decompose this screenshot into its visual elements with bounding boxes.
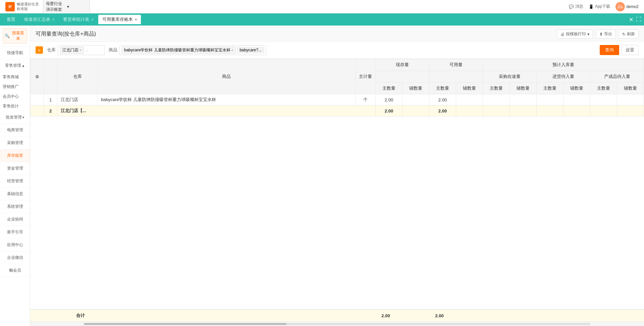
industry-selector[interactable]: 母婴行业演示账套 ▾ [43,0,90,14]
message-button[interactable]: 💬 消息 [569,4,583,9]
finished-goods-header: 产成品待入量 [590,71,644,83]
current-stock-header: 现存量 [376,59,429,71]
sidebar-item-ecommerce[interactable]: 电商管理 [0,124,30,137]
sidebar-item-purchase[interactable]: 采购管理 [0,137,30,149]
chevron-down-icon: ▾ [22,115,24,119]
tab-home[interactable]: 首页 [3,15,19,24]
sidebar-item-base-info[interactable]: 基础信息 [0,188,30,200]
tab-order-stats[interactable]: 要货单统计表 × [59,15,97,24]
sidebar-item-wechat[interactable]: 企业微信 [0,251,30,264]
sidebar-item-member[interactable]: 会员中心 [0,92,30,101]
subtotal-purchase-main [483,105,510,117]
sidebar-item-inventory[interactable]: 库存核算 [0,149,30,162]
avail-aux-qty-header: 辅数量 [456,83,483,94]
product-tag-1: babycare学饮杯 儿童防摔防撞吸管杯重力球吸嘴杯宝宝水杯 × [122,47,236,54]
subtotal-avail-main: 2.00 [429,105,456,117]
avatar: Ea [615,2,625,11]
message-icon: 💬 [569,4,574,9]
row-goods-aux [564,94,590,105]
page-actions: 🖨 按模板打印 ▾ ⬆ 导出 ↻ 刷新 [557,30,639,39]
goods-main-qty-header: 主数量 [537,83,564,94]
filter-expand-button[interactable]: » [36,46,43,54]
app-download-button[interactable]: 📱 App下载 [589,4,610,9]
chevron-up-icon: ▲ [22,64,25,67]
sidebar-item-retail-stats[interactable]: 零售统计 [0,101,30,111]
row-product: babycare学饮杯 儿童防摔防撞吸管杯重力球吸嘴杯宝宝水杯 [98,94,356,105]
warehouse-input[interactable]: 江北门店 × ... [58,45,105,55]
filter-actions: 查询 设置 [600,45,639,55]
main-layout: 🔍 搜索菜单 快捷导航 零售管理 ▲ 零售商城 营销推广 会员中心 零售统计 批… [0,26,644,326]
remove-warehouse-icon[interactable]: × [79,48,82,52]
product-label: 商品 [109,47,117,53]
product-input[interactable]: babycare学饮杯 儿童防摔防撞吸管杯重力球吸嘴杯宝宝水杯 × babyca… [119,45,266,55]
sidebar-item-wholesale[interactable]: 批发管理 ▾ [0,111,30,124]
row-finished-main [590,94,617,105]
content-area: 可用量查询(按仓库+商品) 🖨 按模板打印 ▾ ⬆ 导出 ↻ 刷新 » [30,26,644,326]
sidebar-item-enterprise[interactable]: 企业协同 [0,213,30,226]
row-finished-aux [617,94,644,105]
search-icon: 🔍 [5,34,10,38]
footer-total-label: 合计 [60,313,101,319]
sidebar-item-appcenter[interactable]: 应用中心 [0,239,30,251]
page-header: 可用量查询(按仓库+商品) 🖨 按模板打印 ▾ ⬆ 导出 ↻ 刷新 [30,26,644,42]
nav-tabs-right: ✕ ⛶ [629,16,641,23]
top-bar-right: 💬 消息 📱 App下载 Ea demo2 [569,2,639,11]
available-sub [429,71,483,83]
index-column-header [44,59,57,94]
warehouse-label: 仓库 [47,47,56,53]
query-button[interactable]: 查询 [600,45,619,55]
goods-arriving-header: 进货待入量 [537,71,590,83]
purchase-transit-header: 采购在途量 [483,71,537,83]
scrollbar-thumb[interactable] [84,323,286,325]
row-settings [31,94,44,105]
row-stock-aux [402,94,429,105]
more-icon[interactable]: ... [85,48,89,52]
search-menu-button[interactable]: 🔍 搜索菜单 [3,28,27,44]
refresh-button[interactable]: ↻ 刷新 [619,30,639,39]
subtotal-index: 2 [44,105,57,117]
refresh-icon: ↻ [622,32,626,37]
sidebar-item-finance[interactable]: 资金管理 [0,162,30,175]
tab-receivable-summary[interactable]: 收发存汇总表 × [20,15,58,24]
sidebar-item-marketing[interactable]: 营销推广 [0,82,30,92]
table-wrap: ⚙ 仓库 商品 主计量 现存量 可用量 预计入库量 采购在途量 [30,59,644,309]
tab-close-icon[interactable]: × [91,17,93,21]
sidebar-item-operations[interactable]: 经营管理 [0,175,30,188]
sidebar-item-member2[interactable]: 畅会员 [0,264,30,277]
finished-aux-qty-header: 辅数量 [617,83,644,94]
sidebar-item-retail-store[interactable]: 零售商城 [0,72,30,82]
footer-avail-main: 2.00 [426,313,453,318]
stock-aux-qty-header: 辅数量 [402,83,429,94]
tab-close-icon[interactable]: × [135,17,137,21]
export-button[interactable]: ⬆ 导出 [596,30,616,39]
sidebar-item-system[interactable]: 系统管理 [0,200,30,213]
scrollbar-track [84,323,590,325]
settings-column-header[interactable]: ⚙ [31,59,44,94]
horizontal-scrollbar[interactable] [30,321,644,326]
table-row: 1 江北门店 babycare学饮杯 儿童防摔防撞吸管杯重力球吸嘴杯宝宝水杯 个… [31,94,644,105]
footer-stock-main: 2.00 [372,313,399,318]
sidebar-item-retail[interactable]: 零售管理 ▲ [0,59,30,72]
filter-bar: » 仓库 江北门店 × ... 商品 babycare学饮杯 儿童防摔防撞吸管杯… [30,42,644,59]
sidebar-item-quick-nav[interactable]: 快捷导航 [0,47,30,59]
subtotal-goods-aux [564,105,590,117]
row-purchase-main [483,94,510,105]
print-template-button[interactable]: 🖨 按模板打印 ▾ [557,30,593,39]
sidebar-search: 🔍 搜索菜单 [0,26,30,47]
sidebar-item-newguide[interactable]: 新手引导 [0,226,30,239]
gear-icon[interactable]: ⚙ [35,74,39,79]
remove-product1-icon[interactable]: × [231,48,233,52]
chevron-down-icon: ▾ [67,4,87,9]
row-purchase-aux [510,94,537,105]
setting-button[interactable]: 设置 [621,45,639,55]
subtotal-finished-main [590,105,617,117]
tab-close-icon[interactable]: × [52,17,54,21]
row-warehouse: 江北门店 [57,94,98,105]
expand-window-icon[interactable]: ⛶ [636,16,641,22]
subtotal-goods-main [537,105,564,117]
chevron-down-icon: ▾ [587,32,589,37]
data-table: ⚙ 仓库 商品 主计量 现存量 可用量 预计入库量 采购在途量 [30,59,644,117]
user-profile[interactable]: Ea demo2 [615,2,639,11]
tab-available-stock[interactable]: 可用量库存账本 × [98,15,141,24]
close-window-icon[interactable]: ✕ [629,16,633,23]
